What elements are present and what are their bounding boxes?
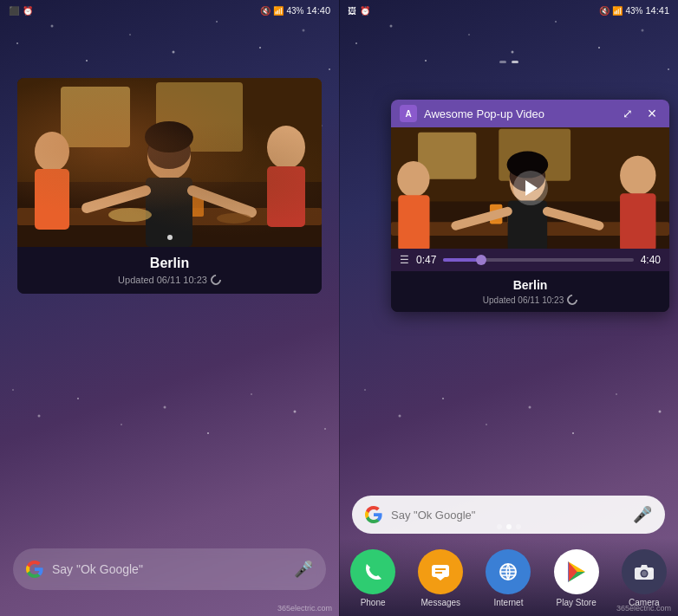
svg-point-45	[355, 42, 357, 44]
time-end: 4:40	[641, 254, 661, 266]
svg-point-60	[616, 393, 617, 395]
svg-point-43	[108, 208, 152, 222]
svg-point-25	[324, 428, 326, 430]
svg-point-2	[86, 60, 88, 62]
svg-rect-31	[169, 191, 185, 217]
popup-song-info: Berlin Updated 06/11 10:23	[391, 271, 669, 312]
svg-point-3	[129, 34, 131, 36]
svg-rect-72	[508, 200, 548, 249]
playlist-icon: ☰	[400, 254, 409, 266]
search-bar-left[interactable]: Say "Ok Google" 🎤	[13, 548, 326, 590]
svg-rect-40	[267, 166, 305, 227]
svg-point-23	[251, 393, 252, 395]
svg-point-47	[425, 60, 427, 62]
status-time-left: 14:40	[306, 5, 330, 16]
svg-point-49	[512, 51, 514, 54]
watermark-right: 365electric.com	[616, 604, 671, 613]
refresh-icon-left	[208, 273, 223, 288]
svg-point-19	[77, 398, 79, 399]
svg-point-18	[38, 415, 41, 418]
svg-point-53	[668, 68, 669, 70]
video-card-left[interactable]: Berlin Updated 06/11 10:23	[17, 78, 322, 294]
play-indicator[interactable]	[167, 235, 173, 240]
mic-icon-right[interactable]: 🎤	[633, 505, 652, 524]
svg-point-59	[572, 432, 574, 434]
svg-rect-79	[432, 565, 449, 577]
svg-point-5	[216, 21, 218, 23]
top-dots	[499, 61, 518, 63]
mute-icon-right: 🔇	[599, 6, 610, 16]
svg-point-77	[397, 161, 429, 197]
svg-point-22	[207, 432, 209, 434]
signal-icon-right: 📶	[612, 6, 623, 16]
svg-point-1	[51, 25, 54, 28]
dot-2-active	[506, 524, 512, 529]
nav-item-messages[interactable]: Messages	[418, 549, 463, 607]
video-thumbnail-left	[17, 78, 322, 247]
svg-point-50	[555, 21, 557, 23]
popup-song-title: Berlin	[398, 278, 662, 292]
popup-player-title: Awesome Pop-up Video	[424, 107, 612, 120]
progress-track[interactable]	[443, 258, 633, 262]
popup-progress-bar[interactable]: ☰ 0:47 4:40	[391, 249, 669, 271]
svg-point-56	[442, 398, 444, 399]
dot-1	[497, 524, 502, 529]
internet-nav-icon[interactable]	[486, 549, 531, 594]
svg-marker-81	[436, 577, 445, 580]
popup-video-player[interactable]: A Awesome Pop-up Video ⤢ ×	[391, 100, 669, 312]
svg-line-38	[192, 191, 251, 212]
svg-point-52	[642, 29, 644, 32]
svg-point-6	[259, 47, 261, 49]
svg-rect-76	[620, 193, 655, 249]
expand-button[interactable]: ⤢	[619, 105, 636, 122]
battery-percent: 43%	[286, 6, 303, 16]
video-title-left: Berlin	[26, 256, 313, 271]
popup-play-button[interactable]	[513, 171, 548, 205]
google-g-icon-right	[365, 506, 382, 523]
nav-item-playstore[interactable]: Play Store	[554, 549, 599, 607]
svg-point-51	[598, 47, 600, 49]
video-info-left: Berlin Updated 06/11 10:23	[17, 247, 322, 294]
video-updated-left: Updated 06/11 10:23	[26, 275, 313, 285]
svg-point-7	[303, 29, 305, 32]
svg-rect-42	[35, 169, 69, 230]
svg-point-91	[642, 571, 647, 576]
nav-item-phone[interactable]: Phone	[350, 549, 395, 607]
top-dot-2-active	[512, 61, 518, 63]
phone-nav-label: Phone	[361, 598, 386, 607]
search-placeholder-left: Say "Ok Google"	[52, 562, 285, 576]
phone-nav-icon[interactable]	[350, 549, 395, 594]
camera-nav-icon[interactable]	[622, 549, 667, 594]
svg-rect-30	[156, 82, 243, 152]
nav-items: Phone Messages	[339, 549, 678, 607]
svg-rect-29	[61, 87, 130, 147]
dots-indicator	[497, 524, 521, 529]
svg-point-8	[329, 68, 330, 70]
phone-right-screen: 🖼 ⏰ 🔇 📶 43% 14:41 A Awesome Pop-up Video…	[339, 0, 678, 616]
time-start: 0:47	[416, 254, 436, 266]
clock-status-icon: ⏰	[23, 6, 33, 16]
close-button[interactable]: ×	[643, 105, 661, 122]
internet-nav-label: Internet	[494, 598, 524, 607]
svg-point-20	[121, 424, 122, 425]
photos-status-icon: 🖼	[348, 6, 356, 16]
svg-rect-32	[191, 195, 204, 217]
screen-divider	[339, 0, 340, 616]
popup-video-area[interactable]	[391, 127, 669, 249]
svg-point-34	[147, 134, 191, 169]
svg-point-4	[173, 51, 175, 54]
playstore-nav-icon[interactable]	[554, 549, 599, 594]
messages-nav-icon[interactable]	[418, 549, 463, 594]
svg-point-48	[468, 34, 470, 36]
mute-icon: 🔇	[260, 6, 271, 16]
svg-rect-78	[398, 195, 429, 249]
nav-item-camera[interactable]: Camera	[622, 549, 667, 607]
svg-point-33	[147, 132, 191, 180]
mic-icon-left[interactable]: 🎤	[294, 560, 313, 579]
popup-player-header: A Awesome Pop-up Video ⤢ ×	[391, 100, 669, 127]
popup-video-scene	[391, 127, 669, 249]
progress-thumb[interactable]	[476, 255, 486, 265]
camera-status-icon: ⬛	[9, 6, 19, 16]
nav-item-internet[interactable]: Internet	[486, 549, 531, 607]
svg-point-44	[217, 213, 251, 224]
